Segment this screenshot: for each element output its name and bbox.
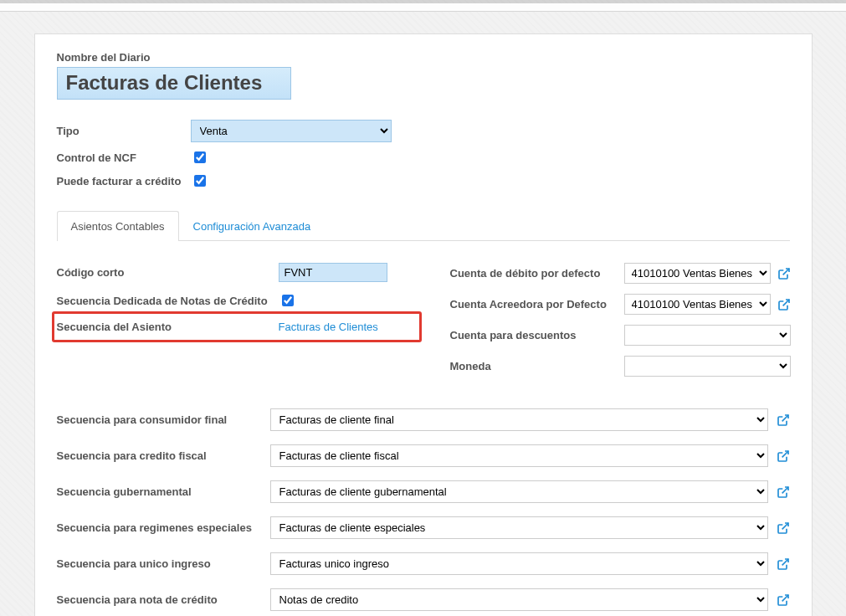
- seq-gubernamental-label: Secuencia gubernamental: [57, 485, 262, 498]
- window-toolbar-spacer: [0, 3, 846, 12]
- seq-asiento-link[interactable]: Facturas de Clientes: [279, 321, 417, 333]
- tipo-label: Tipo: [57, 125, 191, 137]
- seq-regimenes-especiales-select[interactable]: Facturas de cliente especiales: [270, 516, 768, 539]
- tab-bar: Asientos Contables Configuración Avanzad…: [57, 211, 790, 241]
- seq-consumidor-final-select[interactable]: Facturas de cliente final: [270, 408, 768, 431]
- seq-credito-fiscal-select[interactable]: Facturas de cliente fiscal: [270, 444, 768, 467]
- cuenta-descuentos-select[interactable]: [624, 325, 791, 346]
- seq-asiento-label: Secuencia del Asiento: [57, 321, 279, 333]
- seq-unico-ingreso-select[interactable]: Facturas unico ingreso: [270, 552, 768, 575]
- cuenta-debito-label: Cuenta de débito por defecto: [450, 267, 618, 280]
- cuenta-descuentos-label: Cuenta para descuentos: [450, 329, 618, 341]
- credito-label: Puede facturar a crédito: [57, 175, 191, 187]
- window-top-shadow: [0, 0, 846, 3]
- seq-notas-credito-checkbox[interactable]: [282, 295, 294, 306]
- external-link-icon[interactable]: [777, 557, 790, 571]
- seq-nota-credito-label: Secuencia para nota de crédito: [57, 593, 262, 606]
- moneda-select[interactable]: [624, 356, 791, 377]
- seq-consumidor-final-label: Secuencia para consumidor final: [57, 413, 262, 426]
- cuenta-acreedora-select[interactable]: 41010100 Ventas Bienes: [624, 294, 771, 315]
- left-column: Código corto Secuencia Dedicada de Notas…: [57, 258, 417, 382]
- seq-notas-credito-label: Secuencia Dedicada de Notas de Crédito: [57, 295, 279, 307]
- external-link-icon[interactable]: [777, 593, 790, 607]
- sequences-section: Secuencia para consumidor final Facturas…: [57, 402, 790, 616]
- seq-regimenes-especiales-label: Secuencia para regimenes especiales: [57, 521, 262, 534]
- codigo-corto-input[interactable]: [279, 263, 387, 282]
- seq-credito-fiscal-label: Secuencia para credito fiscal: [57, 449, 262, 462]
- external-link-icon[interactable]: [777, 413, 790, 427]
- external-link-icon[interactable]: [777, 521, 790, 535]
- external-link-icon[interactable]: [777, 485, 790, 499]
- tab-asientos-contables[interactable]: Asientos Contables: [57, 211, 179, 241]
- form-sheet: Nombre del Diario Facturas de Clientes T…: [34, 33, 813, 616]
- moneda-label: Moneda: [450, 360, 618, 372]
- external-link-icon[interactable]: [777, 449, 790, 463]
- seq-gubernamental-select[interactable]: Facturas de cliente gubernamental: [270, 480, 768, 503]
- right-column: Cuenta de débito por defecto 41010100 Ve…: [450, 258, 791, 382]
- cuenta-debito-select[interactable]: 41010100 Ventas Bienes: [624, 263, 771, 284]
- tipo-select[interactable]: Venta: [191, 120, 392, 142]
- external-link-icon[interactable]: [777, 298, 791, 311]
- codigo-corto-label: Código corto: [57, 266, 279, 279]
- seq-asiento-highlight: Secuencia del Asiento Facturas de Client…: [52, 311, 422, 342]
- external-link-icon[interactable]: [777, 267, 791, 280]
- control-ncf-checkbox[interactable]: [194, 151, 206, 163]
- tab-configuracion-avanzada[interactable]: Configuración Avanzada: [179, 211, 326, 241]
- seq-nota-credito-select[interactable]: Notas de credito: [270, 588, 768, 611]
- cuenta-acreedora-label: Cuenta Acreedora por Defecto: [450, 298, 618, 311]
- seq-unico-ingreso-label: Secuencia para unico ingreso: [57, 557, 262, 570]
- credito-checkbox[interactable]: [194, 175, 206, 187]
- journal-name-label: Nombre del Diario: [57, 51, 790, 64]
- journal-name-input[interactable]: Facturas de Clientes: [57, 67, 291, 100]
- control-ncf-label: Control de NCF: [57, 151, 191, 164]
